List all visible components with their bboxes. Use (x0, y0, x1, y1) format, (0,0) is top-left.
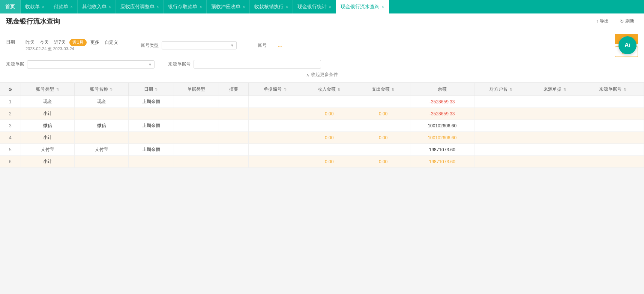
cell-income: 0.00 (302, 108, 356, 120)
col-account-name[interactable]: 账号名称 ⇅ (75, 83, 129, 96)
date-btn-yesterday[interactable]: 昨天 (24, 39, 36, 46)
nav-tab-verify-close[interactable]: × (286, 5, 288, 9)
ai-assistant-badge[interactable]: Ai (618, 36, 636, 54)
cell-voucher-type (174, 96, 219, 108)
cell-account-name (75, 156, 129, 168)
cell-expense (356, 120, 410, 132)
sort-icon-source-voucher: ⇅ (563, 88, 566, 91)
account-type-label: 账号类型 (141, 42, 159, 49)
source-voucher-no-input[interactable] (194, 60, 321, 69)
cell-income (302, 96, 356, 108)
col-income[interactable]: 收入金额 ⇅ (302, 83, 356, 96)
table-row[interactable]: 3 微信 微信 上期余额 100102606.60 (0, 120, 644, 132)
cell-expense: 0.00 (356, 156, 410, 168)
header-actions: ↑ 导出 ↻ 刷新 (592, 16, 638, 26)
cell-summary (219, 144, 249, 156)
col-expense[interactable]: 支出金额 ⇅ (356, 83, 410, 96)
col-counterpart[interactable]: 对方户名 ⇅ (474, 83, 528, 96)
col-source-voucher[interactable]: 来源单据 ⇅ (528, 83, 582, 96)
nav-tab-bank-deposit-close[interactable]: × (200, 5, 202, 9)
cell-source-voucher (528, 120, 582, 132)
nav-tab-bank-deposit[interactable]: 银行存取款单 × (164, 0, 207, 13)
nav-tab-prepay-close[interactable]: × (243, 5, 245, 9)
cell-num: 3 (0, 120, 21, 132)
nav-tab-verify[interactable]: 收款核销执行 × (250, 0, 293, 13)
date-shortcuts: 昨天 今天 近7天 近1月 更多 自定义 (24, 39, 120, 46)
account-ellipsis-button[interactable]: ... (276, 42, 284, 49)
nav-tab-adjustment-label: 应收应付调整单 (120, 3, 155, 10)
cell-balance: 19871073.60 (410, 156, 474, 168)
source-voucher-value (30, 62, 32, 67)
nav-tab-other-income-close[interactable]: × (109, 5, 111, 9)
col-balance[interactable]: 余额 (410, 83, 474, 96)
cell-summary (219, 156, 249, 168)
date-btn-7days[interactable]: 近7天 (53, 39, 67, 46)
nav-tab-receipts-close[interactable]: × (42, 5, 44, 9)
col-gear[interactable]: ⚙ (0, 83, 21, 96)
nav-tab-payments-close[interactable]: × (71, 5, 73, 9)
cell-voucher-no (248, 108, 302, 120)
cell-source-voucher-no (582, 144, 644, 156)
cell-source-voucher (528, 96, 582, 108)
date-btn-1month[interactable]: 近1月 (69, 39, 87, 46)
col-account-type[interactable]: 账号类型 ⇅ (21, 83, 75, 96)
collapse-conditions-btn[interactable]: ∧ 收起更多条件 (6, 72, 638, 78)
gear-icon[interactable]: ⚙ (8, 87, 12, 92)
table-row[interactable]: 4 小计 0.00 0.00 100102606.60 (0, 132, 644, 144)
cell-expense (356, 144, 410, 156)
sort-icon-account-type: ⇅ (56, 88, 59, 91)
sort-icon-counterpart: ⇅ (510, 88, 513, 91)
account-type-select[interactable]: ▾ (162, 41, 237, 49)
table-header-row: ⚙ 账号类型 ⇅ 账号名称 ⇅ 日期 ⇅ 单据类型 摘要 (0, 83, 644, 96)
refresh-label: 刷新 (625, 18, 634, 24)
nav-tab-adjustment-close[interactable]: × (157, 5, 159, 9)
cell-account-type: 支付宝 (21, 144, 75, 156)
nav-tab-bank-flow[interactable]: 现金银行流水查询 × (336, 0, 389, 13)
cell-summary (219, 132, 249, 144)
table-row[interactable]: 5 支付宝 支付宝 上期余额 19871073.60 (0, 144, 644, 156)
cell-source-voucher-no (582, 132, 644, 144)
cell-account-type: 微信 (21, 120, 75, 132)
nav-tab-adjustment[interactable]: 应收应付调整单 × (116, 0, 164, 13)
cell-counterpart (474, 108, 528, 120)
nav-tab-prepay[interactable]: 预收冲应收单 × (207, 0, 250, 13)
cell-date: 上期余额 (129, 96, 174, 108)
cell-date: 上期余额 (129, 144, 174, 156)
filter-area: 日期 昨天 今天 近7天 近1月 更多 自定义 2023-02-24 至 202… (0, 29, 644, 83)
col-voucher-type[interactable]: 单据类型 (174, 83, 219, 96)
cell-voucher-no (248, 96, 302, 108)
col-voucher-no[interactable]: 单据编号 ⇅ (248, 83, 302, 96)
nav-tab-bank-stats[interactable]: 现金银行统计 × (293, 0, 336, 13)
sort-icon-income: ⇅ (338, 88, 341, 91)
refresh-button[interactable]: ↻ 刷新 (616, 16, 638, 26)
cell-date (129, 132, 174, 144)
nav-tab-payments[interactable]: 付款单 × (49, 0, 78, 13)
nav-tab-bank-stats-close[interactable]: × (329, 5, 331, 9)
col-summary[interactable]: 摘要 (219, 83, 249, 96)
refresh-icon: ↻ (620, 19, 624, 24)
nav-tab-receipts-label: 收款单 (25, 3, 40, 10)
cell-counterpart (474, 144, 528, 156)
cell-expense: 0.00 (356, 132, 410, 144)
filter-row-source: 来源单据 ▾ 来源单据号 (6, 60, 638, 69)
export-label: 导出 (600, 18, 609, 24)
nav-tab-receipts[interactable]: 收款单 × (21, 0, 49, 13)
nav-tab-home-label: 首页 (5, 3, 15, 10)
table-row[interactable]: 2 小计 0.00 0.00 -3528659.33 (0, 108, 644, 120)
table-row[interactable]: 6 小计 0.00 0.00 19871073.60 (0, 156, 644, 168)
col-date[interactable]: 日期 ⇅ (129, 83, 174, 96)
nav-tab-home[interactable]: 首页 (0, 0, 21, 13)
export-button[interactable]: ↑ 导出 (592, 16, 612, 26)
table-row[interactable]: 1 现金 现金 上期余额 -3528659.33 (0, 96, 644, 108)
source-voucher-select[interactable]: ▾ (27, 60, 155, 69)
date-btn-today[interactable]: 今天 (38, 39, 50, 46)
data-table-container: ⚙ 账号类型 ⇅ 账号名称 ⇅ 日期 ⇅ 单据类型 摘要 (0, 83, 644, 168)
date-btn-more[interactable]: 更多 (89, 39, 101, 46)
cell-expense: 0.00 (356, 108, 410, 120)
nav-tab-other-income[interactable]: 其他收入单 × (78, 0, 116, 13)
nav-tab-bank-flow-close[interactable]: × (382, 5, 384, 9)
cell-source-voucher (528, 132, 582, 144)
col-source-voucher-no[interactable]: 来源单据号 ⇅ (582, 83, 644, 96)
cell-date (129, 156, 174, 168)
date-btn-custom[interactable]: 自定义 (103, 39, 120, 46)
